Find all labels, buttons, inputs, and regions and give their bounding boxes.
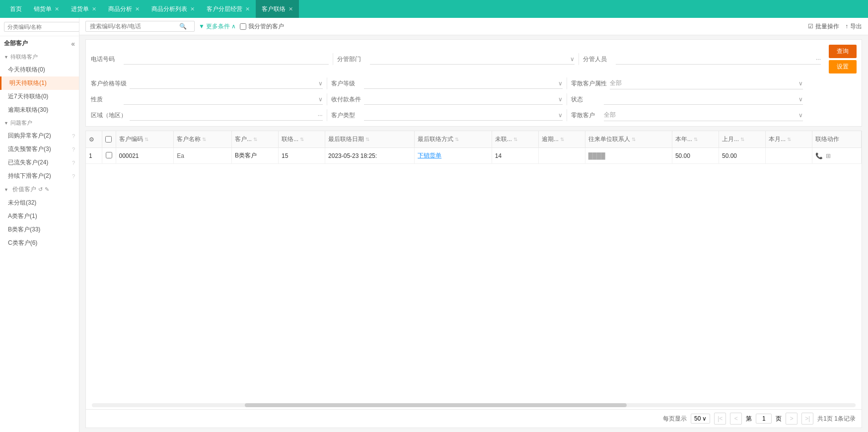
chevron-down-icon: ∨	[318, 80, 323, 87]
filter-price-level-select[interactable]: ∨	[130, 78, 323, 89]
filter-customer-type-select[interactable]: ∨	[364, 110, 563, 121]
filter-dept-select[interactable]: ∨	[370, 54, 575, 65]
total-label: 共1页 1条记录	[817, 415, 856, 423]
ellipsis-icon: ···	[318, 112, 323, 119]
row-checkbox[interactable]	[102, 148, 116, 164]
row-year-amount: 50.00	[672, 148, 719, 164]
prev-page-button[interactable]: <	[730, 413, 742, 425]
nav-product-analysis[interactable]: 商品分析 ✕	[102, 0, 145, 18]
batch-operation-button[interactable]: ☑ 批量操作	[808, 22, 839, 31]
edit-icon[interactable]: ✎	[45, 186, 49, 193]
chevron-down-icon: ∨	[558, 80, 563, 87]
sidebar-item-b-class[interactable]: B类客户(33)	[0, 223, 79, 236]
close-icon[interactable]: ✕	[190, 6, 195, 12]
chevron-down-icon: ∨	[318, 96, 323, 103]
nav-customer-segments[interactable]: 客户分层经营 ✕	[201, 0, 256, 18]
sort-icon: ⇅	[787, 137, 791, 142]
filter-level-select[interactable]: ∨	[364, 78, 563, 89]
sidebar-item-lost[interactable]: 已流失客户(24) ?	[0, 156, 79, 169]
last-page-button[interactable]: >|	[801, 413, 813, 425]
page-size-select[interactable]: 50 ∨	[691, 414, 710, 424]
col-contact-count[interactable]: 联络... ⇅	[278, 131, 325, 148]
close-icon[interactable]: ✕	[289, 6, 293, 12]
query-button[interactable]: 查询	[829, 45, 857, 58]
sort-icon: ⇅	[202, 137, 206, 142]
chevron-down-icon: ∨	[702, 415, 707, 422]
sidebar-item-today[interactable]: 今天待联络(0)	[0, 63, 79, 76]
col-settings[interactable]: ⚙	[86, 131, 102, 148]
col-customer-code[interactable]: 客户编码 ⇅	[116, 131, 174, 148]
chevron-down-icon: ∨	[558, 96, 563, 103]
col-last-month[interactable]: 上月... ⇅	[719, 131, 765, 148]
filter-row-3: 性质 ∨ 收付款条件 ∨ 状态	[91, 93, 857, 105]
chevron-down-icon: ∨	[558, 112, 563, 119]
search-icon[interactable]: 🔍	[179, 23, 187, 30]
filter-person-select[interactable]: ···	[616, 54, 821, 65]
col-customer-type[interactable]: 客户... ⇅	[231, 131, 278, 148]
filter-retail-select[interactable]: 全部 ∨	[604, 109, 803, 121]
col-last-contact-date[interactable]: 最后联络日期 ⇅	[325, 131, 415, 148]
collapse-icon[interactable]: «	[71, 40, 75, 48]
col-unlinked[interactable]: 未联... ⇅	[492, 131, 538, 148]
col-this-month[interactable]: 本月... ⇅	[766, 131, 812, 148]
close-icon[interactable]: ✕	[55, 6, 59, 12]
chevron-icon: ∧	[231, 23, 236, 30]
sidebar-item-declining[interactable]: 持续下滑客户(2) ?	[0, 169, 79, 183]
nav-customer-contact[interactable]: 客户联络 ✕	[256, 0, 299, 18]
col-last-contact-method[interactable]: 最后联络方式 ⇅	[415, 131, 492, 148]
all-customers-header[interactable]: 全部客户 «	[0, 36, 79, 51]
col-customer-name[interactable]: 客户名称 ⇅	[174, 131, 232, 148]
sidebar-item-a-class[interactable]: A类客户(1)	[0, 210, 79, 223]
filter-retail-attr-select[interactable]: 全部 ∨	[610, 77, 803, 89]
sidebar-item-overdue[interactable]: 逾期未联络(30)	[0, 103, 79, 117]
filter-phone-input[interactable]	[124, 54, 329, 65]
filter-status-select[interactable]: ∨	[604, 94, 803, 105]
sort-icon: ⇅	[513, 137, 517, 142]
sort-icon: ⇅	[455, 137, 459, 142]
nav-home[interactable]: 首页	[4, 0, 28, 18]
nav-sales-order[interactable]: 销货单 ✕	[28, 0, 65, 18]
my-customers-check[interactable]	[240, 23, 246, 30]
set-button[interactable]: 设置	[829, 60, 857, 73]
sidebar: 🔍 全部客户 « 待联络客户 今天待联络(0) 明天待联络(1) 近7天待联络(…	[0, 18, 79, 432]
col-checkbox[interactable]	[102, 131, 116, 148]
nav-purchase-order[interactable]: 进货单 ✕	[65, 0, 102, 18]
refresh-icon[interactable]: ↺	[38, 186, 43, 193]
col-overdue[interactable]: 逾期... ⇅	[538, 131, 585, 148]
sidebar-item-tomorrow[interactable]: 明天待联络(1)	[0, 76, 79, 90]
row-select-checkbox[interactable]	[106, 152, 112, 158]
nav-product-analysis-list[interactable]: 商品分析列表 ✕	[145, 0, 201, 18]
close-icon[interactable]: ✕	[92, 6, 96, 12]
more-filter-button[interactable]: ▼ 更多条件 ∧	[199, 22, 236, 31]
sidebar-item-c-class[interactable]: C类客户(6)	[0, 236, 79, 250]
filter-row-2: 客户价格等级 ∨ 客户等级 ∨ 零散客户属性	[91, 77, 857, 89]
sidebar-item-week[interactable]: 近7天待联络(0)	[0, 90, 79, 103]
export-button[interactable]: ↑ 导出	[845, 22, 862, 31]
export-icon: ↑	[845, 23, 848, 30]
close-icon[interactable]: ✕	[135, 6, 140, 12]
filter-payment-select[interactable]: ∨	[364, 94, 563, 105]
filter-nature-select[interactable]: ∨	[124, 94, 323, 105]
first-page-button[interactable]: |<	[714, 413, 726, 425]
select-all-checkbox[interactable]	[105, 136, 112, 143]
phone-action-icon[interactable]: 📞	[815, 152, 823, 159]
col-year-amount[interactable]: 本年... ⇅	[672, 131, 719, 148]
sidebar-item-ungrouped[interactable]: 未分组(32)	[0, 196, 79, 210]
next-page-button[interactable]: >	[786, 413, 797, 425]
section-pending-contact: 待联络客户	[0, 51, 79, 63]
page-number-input[interactable]	[756, 414, 772, 424]
top-navigation: 首页 销货单 ✕ 进货单 ✕ 商品分析 ✕ 商品分析列表 ✕ 客户分层经营 ✕ …	[0, 0, 868, 18]
sidebar-item-warning[interactable]: 流失预警客户(3) ?	[0, 143, 79, 156]
row-last-method[interactable]: 下销货单	[415, 148, 492, 164]
scrollbar-thumb[interactable]	[245, 403, 627, 407]
col-unit-contact[interactable]: 往来单位联系人 ⇅	[585, 131, 672, 148]
sidebar-item-abnormal[interactable]: 回购异常客户(2) ?	[0, 129, 79, 143]
filter-retail: 零散客户 全部 ∨	[571, 109, 803, 121]
toolbar-search-input[interactable]	[90, 23, 179, 30]
filter-region-select[interactable]: ···	[130, 110, 323, 121]
close-icon[interactable]: ✕	[245, 6, 250, 12]
grid-action-icon[interactable]: ⊞	[826, 152, 831, 159]
sidebar-search-input[interactable]	[4, 22, 79, 32]
horizontal-scrollbar[interactable]	[92, 403, 856, 407]
row-contact-count: 15	[278, 148, 325, 164]
